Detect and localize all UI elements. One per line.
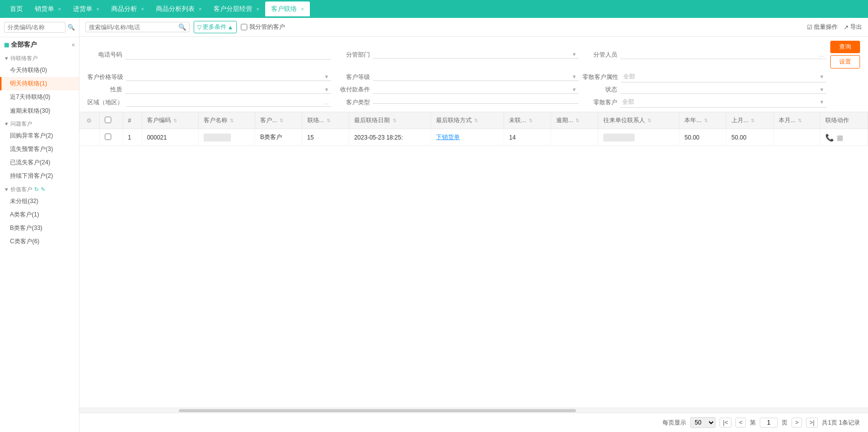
top-nav: 首页 销货单 × 进货单 × 商品分析 × 商品分析列表 × 客户分层经营 × … bbox=[0, 0, 868, 18]
contact-method-link[interactable]: 下销货单 bbox=[436, 134, 460, 141]
horizontal-scrollbar[interactable] bbox=[79, 408, 868, 413]
nav-customer-tier[interactable]: 客户分层经营 × bbox=[208, 1, 265, 16]
sidebar-search-icon[interactable]: 🔍 bbox=[68, 24, 75, 31]
query-btn[interactable]: 查询 bbox=[830, 41, 860, 53]
close-purchase-icon[interactable]: × bbox=[96, 6, 99, 12]
sidebar-item-churn-warning[interactable]: 流失预警客户(3) bbox=[0, 143, 79, 156]
filter-customer-grade: 客户等级 ▼ bbox=[335, 73, 579, 81]
nav-sales[interactable]: 销货单 × bbox=[29, 1, 67, 16]
last-page-btn[interactable]: >| bbox=[806, 418, 818, 428]
retail-customer-label: 零散客户 bbox=[582, 98, 617, 107]
close-sales-icon[interactable]: × bbox=[58, 6, 61, 12]
sort-unit-icon[interactable]: ⇅ bbox=[648, 118, 651, 123]
value-edit-icon[interactable]: ✎ bbox=[41, 186, 45, 193]
nav-home[interactable]: 首页 bbox=[4, 1, 29, 16]
customer-grade-label: 客户等级 bbox=[335, 73, 370, 81]
batch-operation-btn[interactable]: ☑ 批量操作 bbox=[807, 23, 838, 31]
close-tier-icon[interactable]: × bbox=[256, 6, 259, 12]
sort-contacts-icon[interactable]: ⇅ bbox=[327, 118, 331, 123]
filter-dept: 分管部门 ▼ bbox=[335, 51, 579, 59]
customer-type-select[interactable] bbox=[373, 101, 579, 104]
filter-actions: 查询 设置 bbox=[830, 41, 860, 69]
sidebar-item-class-b[interactable]: B类客户(33) bbox=[0, 221, 79, 235]
sidebar-item-7days[interactable]: 近7天待联络(0) bbox=[0, 90, 79, 104]
filter-row-4: 区域（地区） … 客户类型 零散客户 全部 ▼ bbox=[87, 97, 860, 108]
sidebar-item-churned[interactable]: 已流失客户(24) bbox=[0, 156, 79, 169]
td-overdue bbox=[551, 129, 598, 146]
table-settings-icon[interactable]: ⚙ bbox=[86, 117, 92, 124]
page-label: 第 bbox=[750, 419, 756, 427]
td-unit-contact bbox=[598, 129, 679, 146]
sort-type-icon[interactable]: ⇅ bbox=[280, 118, 284, 123]
retail-customer-select[interactable]: 全部 ▼ bbox=[620, 97, 826, 108]
sort-method-icon[interactable]: ⇅ bbox=[474, 118, 478, 123]
sidebar-item-repurchase[interactable]: 回购异常客户(2) bbox=[0, 129, 79, 143]
toolbar: 🔍 ▽ 更多条件 ▲ 我分管的客户 ☑ 批量操作 ↗ 导出 bbox=[79, 18, 868, 37]
grid-action-icon[interactable]: ▦ bbox=[837, 134, 843, 142]
close-analysis-list-icon[interactable]: × bbox=[199, 6, 202, 12]
per-page-select[interactable]: 50 100 200 bbox=[690, 417, 716, 428]
sidebar-item-class-c[interactable]: C类客户(6) bbox=[0, 235, 79, 248]
nav-purchase[interactable]: 进货单 × bbox=[67, 1, 105, 16]
td-this-year: 50.00 bbox=[679, 129, 726, 146]
sort-year-icon[interactable]: ⇅ bbox=[704, 118, 708, 123]
row-checkbox[interactable] bbox=[105, 134, 111, 140]
collapse-sidebar-btn[interactable]: « bbox=[72, 41, 75, 48]
th-this-month: 本月... ⇅ bbox=[773, 112, 820, 129]
sort-date-icon[interactable]: ⇅ bbox=[393, 118, 397, 123]
td-type: B类客户 bbox=[255, 129, 302, 146]
sidebar-item-overdue[interactable]: 逾期未联络(30) bbox=[0, 104, 79, 118]
filter-person: 分管人员 … bbox=[582, 51, 826, 59]
sort-name-icon[interactable]: ⇅ bbox=[230, 118, 234, 123]
nav-product-analysis[interactable]: 商品分析 × bbox=[105, 1, 150, 16]
person-select[interactable]: … bbox=[620, 51, 826, 59]
region-select[interactable]: … bbox=[126, 98, 331, 107]
td-gear bbox=[79, 129, 99, 146]
filter-payment: 收付款条件 ▼ bbox=[335, 85, 579, 94]
sidebar-item-declining[interactable]: 持续下滑客户(2) bbox=[0, 169, 79, 183]
select-all-checkbox[interactable] bbox=[105, 117, 111, 123]
filter-icon: ▽ bbox=[197, 24, 202, 31]
sidebar-item-class-a[interactable]: A类客户(1) bbox=[0, 208, 79, 221]
sidebar-item-tomorrow[interactable]: 明天待联络(1) bbox=[0, 77, 79, 90]
main-search-icon[interactable]: 🔍 bbox=[178, 23, 186, 31]
sort-this-month-icon[interactable]: ⇅ bbox=[798, 118, 802, 123]
phone-input[interactable] bbox=[125, 50, 331, 60]
sidebar-search-input[interactable] bbox=[4, 22, 66, 33]
customer-grade-select[interactable]: ▼ bbox=[373, 73, 579, 81]
nav-customer-contact[interactable]: 客户联络 × bbox=[265, 1, 310, 16]
phone-action-icon[interactable]: 📞 bbox=[825, 134, 834, 142]
main-search-input[interactable] bbox=[89, 24, 178, 31]
sort-overdue-icon[interactable]: ⇅ bbox=[576, 118, 579, 123]
page-number-input[interactable] bbox=[760, 418, 778, 428]
sidebar-item-today[interactable]: 今天待联络(0) bbox=[0, 64, 79, 77]
close-contact-icon[interactable]: × bbox=[301, 6, 304, 12]
payment-select[interactable]: ▼ bbox=[373, 86, 579, 94]
td-name: Ea bbox=[198, 129, 255, 146]
value-arrow-icon: ▼ bbox=[4, 187, 9, 192]
first-page-btn[interactable]: |< bbox=[720, 418, 731, 428]
retail-attr-select[interactable]: 全部 ▼ bbox=[621, 72, 826, 82]
problem-group-title: ▼ 问题客户 bbox=[0, 118, 79, 129]
more-conditions-btn[interactable]: ▽ 更多条件 ▲ bbox=[194, 21, 237, 33]
my-customers-checkbox-wrap[interactable]: 我分管的客户 bbox=[241, 23, 285, 31]
prev-page-btn[interactable]: < bbox=[735, 418, 746, 428]
settings-btn[interactable]: 设置 bbox=[830, 55, 860, 69]
price-grade-label: 客户价格等级 bbox=[87, 73, 123, 81]
value-refresh-icon[interactable]: ↻ bbox=[34, 186, 39, 193]
dept-select[interactable]: ▼ bbox=[373, 51, 579, 59]
my-customers-checkbox[interactable] bbox=[241, 24, 247, 30]
next-page-btn[interactable]: > bbox=[792, 418, 802, 428]
nav-product-analysis-list[interactable]: 商品分析列表 × bbox=[150, 1, 208, 16]
sort-code-icon[interactable]: ⇅ bbox=[173, 118, 177, 123]
export-btn[interactable]: ↗ 导出 bbox=[844, 23, 862, 31]
close-analysis-icon[interactable]: × bbox=[141, 6, 144, 12]
nature-select[interactable]: ▼ bbox=[125, 86, 331, 94]
scrollbar-thumb[interactable] bbox=[179, 409, 576, 412]
status-select[interactable]: ▼ bbox=[620, 86, 826, 94]
sidebar-item-ungrouped[interactable]: 未分组(32) bbox=[0, 195, 79, 208]
th-overdue: 逾期... ⇅ bbox=[551, 112, 598, 129]
price-grade-select[interactable]: ▼ bbox=[126, 73, 331, 81]
sort-uncontacted-icon[interactable]: ⇅ bbox=[529, 118, 533, 123]
sort-last-month-icon[interactable]: ⇅ bbox=[751, 118, 755, 123]
